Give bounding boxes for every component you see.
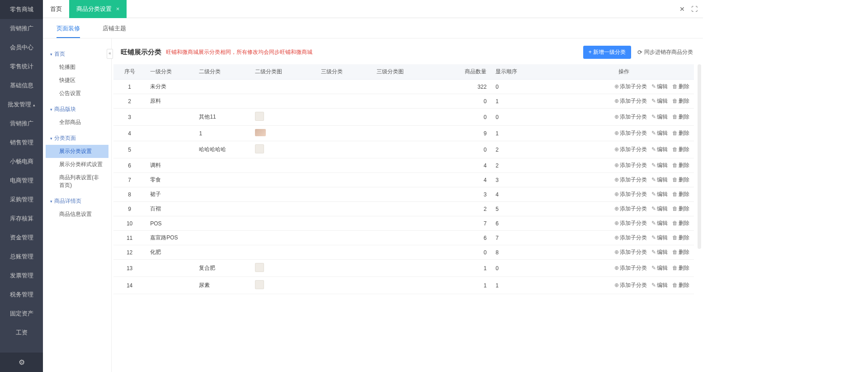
nav-item[interactable]: 批发管理	[0, 95, 43, 114]
tree-child[interactable]: 公告设置	[46, 87, 108, 100]
edit-link[interactable]: ✎编辑	[651, 83, 668, 90]
nav-item[interactable]: 资金管理	[0, 228, 43, 247]
cell-l1	[146, 141, 194, 158]
edit-link[interactable]: ✎编辑	[651, 220, 668, 226]
nav-item[interactable]: 会员中心	[0, 38, 43, 57]
collapse-handle-icon[interactable]: «	[107, 49, 113, 59]
edit-link[interactable]: ✎编辑	[651, 162, 668, 168]
nav-item[interactable]: 固定资产	[0, 304, 43, 323]
cell-l1	[146, 277, 194, 294]
delete-link[interactable]: 🗑删除	[672, 265, 689, 271]
delete-link[interactable]: 🗑删除	[672, 146, 689, 153]
delete-link[interactable]: 🗑删除	[672, 83, 689, 90]
tree-child-display-category[interactable]: 展示分类设置	[46, 145, 108, 158]
cell-seq: 14	[113, 277, 146, 294]
settings-gear-icon[interactable]: ⚙	[0, 353, 43, 372]
trash-icon: 🗑	[672, 234, 678, 241]
delete-link[interactable]: 🗑删除	[672, 130, 689, 136]
nav-item[interactable]: 营销推广	[0, 19, 43, 38]
add-top-category-button[interactable]: 新增一级分类	[583, 46, 631, 59]
tab-category-settings[interactable]: 商品分类设置 ×	[69, 0, 127, 18]
add-child-link[interactable]: ⊕添加子分类	[614, 162, 647, 168]
nav-item[interactable]: 基础信息	[0, 76, 43, 95]
add-child-link[interactable]: ⊕添加子分类	[614, 265, 647, 271]
nav-item[interactable]: 销售管理	[0, 133, 43, 152]
tree-parent-product-block[interactable]: 商品版块	[46, 103, 108, 116]
add-child-link[interactable]: ⊕添加子分类	[614, 249, 647, 255]
delete-link[interactable]: 🗑删除	[672, 234, 689, 241]
add-child-link[interactable]: ⊕添加子分类	[614, 146, 647, 153]
edit-link[interactable]: ✎编辑	[651, 234, 668, 241]
edit-link[interactable]: ✎编辑	[651, 146, 668, 153]
delete-link[interactable]: 🗑删除	[672, 220, 689, 226]
trash-icon: 🗑	[672, 265, 678, 271]
delete-link[interactable]: 🗑删除	[672, 162, 689, 168]
edit-icon: ✎	[651, 98, 656, 104]
close-all-icon[interactable]: ✕	[679, 5, 685, 13]
edit-link[interactable]: ✎编辑	[651, 205, 668, 212]
add-child-link[interactable]: ⊕添加子分类	[614, 98, 647, 104]
tree-parent-category-page[interactable]: 分类页面	[46, 132, 108, 145]
edit-icon: ✎	[651, 176, 656, 183]
table-row: 1未分类3220⊕添加子分类✎编辑🗑删除	[113, 80, 694, 94]
nav-item[interactable]: 零售统计	[0, 57, 43, 76]
add-child-link[interactable]: ⊕添加子分类	[614, 114, 647, 120]
edit-link[interactable]: ✎编辑	[651, 114, 668, 120]
add-child-link[interactable]: ⊕添加子分类	[614, 282, 647, 288]
add-child-link[interactable]: ⊕添加子分类	[614, 83, 647, 90]
nav-item[interactable]: 税务管理	[0, 285, 43, 304]
tree-child[interactable]: 轮播图	[46, 61, 108, 74]
nav-item[interactable]: 小畅电商	[0, 152, 43, 171]
nav-item[interactable]: 库存核算	[0, 209, 43, 228]
tree-child[interactable]: 全部商品	[46, 116, 108, 129]
sub-tab-decorate[interactable]: 页面装修	[57, 21, 80, 38]
sub-tab-theme[interactable]: 店铺主题	[103, 21, 126, 38]
col-act: 操作	[554, 64, 694, 80]
delete-link[interactable]: 🗑删除	[672, 249, 689, 255]
nav-item[interactable]: 工资	[0, 323, 43, 342]
table-row: 6调料42⊕添加子分类✎编辑🗑删除	[113, 158, 694, 173]
add-child-link[interactable]: ⊕添加子分类	[614, 234, 647, 241]
add-child-link[interactable]: ⊕添加子分类	[614, 220, 647, 226]
delete-link[interactable]: 🗑删除	[672, 114, 689, 120]
delete-link[interactable]: 🗑删除	[672, 205, 689, 212]
tab-home[interactable]: 首页	[43, 0, 69, 18]
tree-child[interactable]: 商品列表设置(非首页)	[46, 171, 108, 192]
cell-seq: 9	[113, 202, 146, 216]
edit-icon: ✎	[651, 162, 656, 168]
sync-inventory-link[interactable]: ⟳ 同步进销存商品分类	[637, 48, 693, 56]
table-row: 9百褶25⊕添加子分类✎编辑🗑删除	[113, 202, 694, 216]
nav-item[interactable]: 营销推广	[0, 114, 43, 133]
edit-link[interactable]: ✎编辑	[651, 249, 668, 255]
add-child-link[interactable]: ⊕添加子分类	[614, 191, 647, 197]
delete-link[interactable]: 🗑删除	[672, 98, 689, 104]
nav-item[interactable]: 发票管理	[0, 266, 43, 285]
delete-link[interactable]: 🗑删除	[672, 282, 689, 288]
edit-link[interactable]: ✎编辑	[651, 130, 668, 136]
edit-link[interactable]: ✎编辑	[651, 176, 668, 183]
delete-link[interactable]: 🗑删除	[672, 191, 689, 197]
tree-child[interactable]: 展示分类样式设置	[46, 158, 108, 171]
edit-link[interactable]: ✎编辑	[651, 282, 668, 288]
delete-link[interactable]: 🗑删除	[672, 176, 689, 183]
tree-child[interactable]: 商品信息设置	[46, 208, 108, 221]
tree-parent-detail-page[interactable]: 商品详情页	[46, 195, 108, 208]
cell-l2img	[250, 109, 316, 126]
nav-item[interactable]: 采购管理	[0, 190, 43, 209]
tree-parent-home[interactable]: 首页	[46, 48, 108, 61]
nav-item[interactable]: 电商管理	[0, 171, 43, 190]
cell-l2	[194, 216, 250, 231]
add-child-link[interactable]: ⊕添加子分类	[614, 205, 647, 212]
tree-child[interactable]: 快捷区	[46, 74, 108, 87]
cell-l3	[316, 109, 373, 126]
nav-item[interactable]: 零售商城	[0, 0, 43, 19]
add-child-link[interactable]: ⊕添加子分类	[614, 176, 647, 183]
fullscreen-icon[interactable]: ⛶	[691, 5, 698, 13]
edit-link[interactable]: ✎编辑	[651, 191, 668, 197]
close-icon[interactable]: ×	[116, 5, 120, 12]
edit-link[interactable]: ✎编辑	[651, 265, 668, 271]
edit-link[interactable]: ✎编辑	[651, 98, 668, 104]
add-child-link[interactable]: ⊕添加子分类	[614, 130, 647, 136]
scrollbar[interactable]	[698, 64, 701, 249]
nav-item[interactable]: 总账管理	[0, 247, 43, 266]
